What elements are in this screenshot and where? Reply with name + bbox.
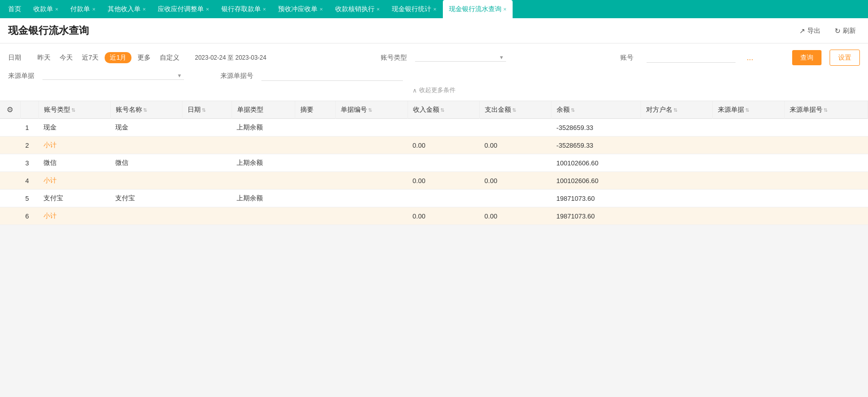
- date-btn-today[interactable]: 今天: [57, 52, 76, 63]
- th-source-doc-no[interactable]: 来源单据号⇅: [785, 101, 868, 119]
- td-balance: 100102606.60: [552, 172, 641, 190]
- th-expense[interactable]: 支出金额⇅: [479, 101, 551, 119]
- filter-area: 日期 昨天 今天 近7天 近1月 更多 自定义 2023-02-24 至 202…: [0, 43, 868, 101]
- td-counterpart: [641, 119, 712, 137]
- close-tab-7[interactable]: ×: [433, 0, 436, 18]
- td-summary: [295, 154, 336, 172]
- nav-home[interactable]: 首页: [2, 0, 27, 18]
- th-account-type[interactable]: 账号类型⇅: [38, 101, 110, 119]
- date-btn-7days[interactable]: 近7天: [79, 52, 102, 63]
- td-balance: -3528659.33: [552, 119, 641, 137]
- collapse-arrow-icon: ∧: [413, 87, 417, 94]
- date-range-container: 2023-02-24 至 2023-03-24: [193, 54, 266, 62]
- nav-tab-7[interactable]: 现金银行统计 ×: [386, 0, 442, 18]
- account-label: 账号: [620, 53, 638, 62]
- close-tab-0[interactable]: ×: [55, 0, 58, 18]
- table-row: 2小计0.000.00-3528659.33: [0, 137, 868, 154]
- nav-tab-8[interactable]: 现金银行流水查询 ×: [443, 0, 513, 18]
- date-btn-custom[interactable]: 自定义: [157, 52, 182, 63]
- td-account-name: [110, 137, 182, 154]
- th-income[interactable]: 收入金额⇅: [407, 101, 479, 119]
- td-account-type: 小计: [38, 207, 110, 225]
- source-doc-select[interactable]: ▼: [42, 72, 184, 80]
- account-type-select[interactable]: ▼: [415, 54, 506, 62]
- table-row: 3微信微信上期余额100102606.60: [0, 154, 868, 172]
- table-header-row: ⚙ 账号类型⇅ 账号名称⇅ 日期⇅ 单据类型 摘要 单据编号⇅ 收入金额⇅ 支出…: [0, 101, 868, 119]
- td-income: [407, 190, 479, 207]
- td-doc-type: 上期余额: [232, 119, 295, 137]
- query-button[interactable]: 查询: [792, 50, 821, 65]
- refresh-button[interactable]: ↻ 刷新: [831, 24, 860, 37]
- date-btn-more[interactable]: 更多: [134, 52, 154, 63]
- source-doc-arrow-icon: ▼: [177, 73, 182, 78]
- th-source-doc[interactable]: 来源单据⇅: [713, 101, 785, 119]
- th-counterpart[interactable]: 对方户名⇅: [641, 101, 712, 119]
- td-income: 0.00: [407, 172, 479, 190]
- td-index: 5: [20, 190, 38, 207]
- refresh-icon: ↻: [835, 27, 841, 35]
- source-doc-no-label: 来源单据号: [220, 71, 253, 80]
- td-index: 3: [20, 154, 38, 172]
- close-tab-4[interactable]: ×: [263, 0, 266, 18]
- nav-tab-4[interactable]: 银行存取款单 ×: [215, 0, 272, 18]
- page-title: 现金银行流水查询: [8, 24, 89, 37]
- close-tab-1[interactable]: ×: [92, 0, 95, 18]
- td-index: 6: [20, 207, 38, 225]
- header-actions: ↗ 导出 ↻ 刷新: [795, 24, 860, 37]
- nav-tab-5[interactable]: 预收冲应收单 ×: [272, 0, 329, 18]
- th-doc-no[interactable]: 单据编号⇅: [336, 101, 407, 119]
- td-index: 1: [20, 119, 38, 137]
- th-gear[interactable]: ⚙: [0, 101, 20, 119]
- td-doc-type: [232, 172, 295, 190]
- td-doc-no: [336, 172, 407, 190]
- source-doc-no-input[interactable]: [261, 71, 403, 81]
- nav-tab-6[interactable]: 收款核销执行 ×: [329, 0, 386, 18]
- close-tab-8[interactable]: ×: [504, 0, 507, 18]
- td-source-doc: [713, 154, 785, 172]
- close-tab-3[interactable]: ×: [206, 0, 209, 18]
- td-doc-no: [336, 207, 407, 225]
- td-date: [182, 207, 232, 225]
- close-tab-6[interactable]: ×: [377, 0, 380, 18]
- export-button[interactable]: ↗ 导出: [795, 24, 825, 37]
- settings-button[interactable]: 设置: [830, 50, 860, 66]
- td-doc-type: [232, 207, 295, 225]
- td-counterpart: [641, 190, 712, 207]
- td-doc-no: [336, 137, 407, 154]
- date-btn-1month[interactable]: 近1月: [105, 52, 131, 63]
- td-counterpart: [641, 154, 712, 172]
- td-doc-no: [336, 154, 407, 172]
- close-tab-2[interactable]: ×: [143, 0, 146, 18]
- date-btn-yesterday[interactable]: 昨天: [34, 52, 54, 63]
- td-source-doc: [713, 119, 785, 137]
- td-gear: [0, 154, 20, 172]
- th-index: [20, 101, 38, 119]
- table-wrap: ⚙ 账号类型⇅ 账号名称⇅ 日期⇅ 单据类型 摘要 单据编号⇅ 收入金额⇅ 支出…: [0, 101, 868, 225]
- collapse-bar[interactable]: ∧ 收起更多条件: [8, 86, 860, 95]
- th-balance[interactable]: 余额⇅: [552, 101, 641, 119]
- nav-tab-3[interactable]: 应收应付调整单 ×: [152, 0, 215, 18]
- td-counterpart: [641, 172, 712, 190]
- date-shortcuts: 昨天 今天 近7天 近1月 更多 自定义: [34, 52, 182, 63]
- td-expense: [479, 119, 551, 137]
- top-nav: 首页 收款单 × 付款单 × 其他收入单 × 应收应付调整单 × 银行存取款单 …: [0, 0, 868, 18]
- td-counterpart: [641, 137, 712, 154]
- td-account-type: 小计: [38, 137, 110, 154]
- td-source-doc-no: [785, 154, 868, 172]
- account-input[interactable]: [647, 53, 736, 63]
- th-doc-type: 单据类型: [232, 101, 295, 119]
- td-date: [182, 190, 232, 207]
- nav-tab-1[interactable]: 付款单 ×: [64, 0, 101, 18]
- nav-tab-2[interactable]: 其他收入单 ×: [102, 0, 152, 18]
- th-date[interactable]: 日期⇅: [182, 101, 232, 119]
- td-account-type: 支付宝: [38, 190, 110, 207]
- collapse-label: 收起更多条件: [419, 86, 455, 95]
- td-date: [182, 172, 232, 190]
- close-tab-5[interactable]: ×: [319, 0, 323, 18]
- th-account-name[interactable]: 账号名称⇅: [110, 101, 182, 119]
- td-expense: [479, 190, 551, 207]
- td-date: [182, 154, 232, 172]
- account-dots-button[interactable]: ...: [744, 53, 756, 62]
- nav-tab-0[interactable]: 收款单 ×: [27, 0, 64, 18]
- page-header: 现金银行流水查询 ↗ 导出 ↻ 刷新: [0, 18, 868, 43]
